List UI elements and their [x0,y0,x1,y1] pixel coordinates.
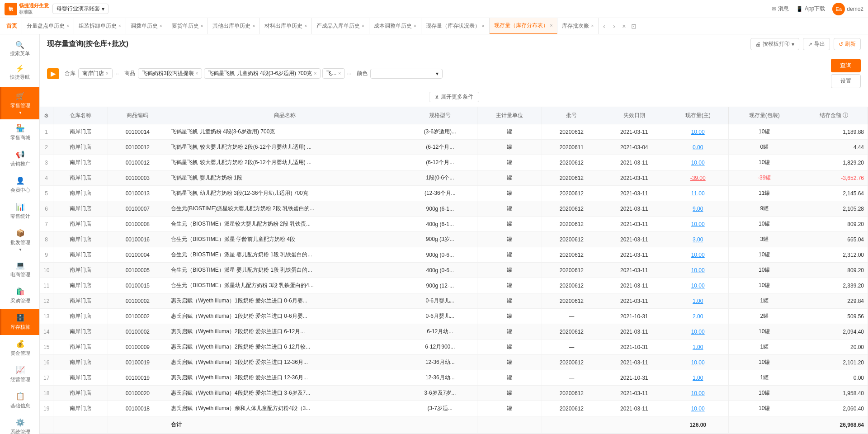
message-btn[interactable]: ✉ 消息 [772,5,789,13]
refresh-btn[interactable]: ↺ 刷新 [834,38,861,50]
sidebar-item-finance[interactable]: 💰 资金管理 [0,335,39,361]
sidebar-item-marketing[interactable]: 📢 营销推广 [0,146,39,172]
cell-expire: 2021-03-11 [601,217,667,232]
close-icon[interactable]: × [252,24,255,28]
tab-yaohuo[interactable]: 要货单历史 × [167,18,208,34]
cell-qty-main[interactable]: 10.00 [667,247,729,263]
sidebar-item-inventory[interactable]: 🗄️ 库存核算 [0,309,39,335]
cell-qty-main[interactable]: 2.00 [667,309,729,324]
industry-label: 母婴行业演示账套 [57,5,100,13]
sidebar-item-operation[interactable]: 📈 经营管理 [0,361,39,387]
settings-icon[interactable]: ⚙ [44,113,49,119]
close-icon[interactable]: × [482,24,485,28]
tab-expand-icon[interactable]: ⊡ [629,18,638,34]
cell-expire: 2021-03-11 [601,386,667,401]
export-btn[interactable]: ↗ 导出 [803,38,830,50]
cell-qty-main[interactable]: 0.00 [667,140,729,155]
expand-more-btn[interactable]: ⊻ 展开更多条件 [429,92,479,102]
sidebar-search-btn[interactable]: 🔍 搜索英单 [2,38,38,60]
filter-product-more-icon[interactable]: ··· [347,71,351,77]
cell-name: 合生元（BIOSTIME）派星 学龄前儿童配方奶粉 4段 [167,232,403,247]
template-print-btn[interactable]: 🖨 按模板打印 ▾ [750,38,799,50]
sum-empty-3 [108,416,167,434]
cell-expire: 2021-03-11 [601,247,667,263]
cell-qty-main[interactable]: 10.00 [667,124,729,140]
table-row: 16 南岸门店 00100019 惠氏启赋（Wyeth illuma）3段奶粉 … [40,355,868,370]
close-icon[interactable]: × [66,24,69,28]
cell-qty-main[interactable]: 11.00 [667,186,729,201]
cell-qty-main[interactable]: 10.00 [667,401,729,416]
sidebar-nav-btn[interactable]: ⚡ 快捷导航 [2,61,38,83]
tab-chanpinru[interactable]: 产成品入库单历史 × [312,18,369,34]
sidebar-item-system[interactable]: ⚙️ 系统管理 [0,414,39,434]
industry-selector[interactable]: 母婴行业演示账套 ▾ [52,4,108,14]
close-icon[interactable]: × [414,24,416,28]
tag-close-icon[interactable]: × [338,71,341,76]
cell-qty-main[interactable]: 1.00 [667,340,729,355]
cell-qty-pkg: 10罐 [729,386,800,401]
cell-expire: 2021-03-11 [601,170,667,186]
cell-qty-main[interactable]: 1.00 [667,293,729,309]
color-select[interactable]: ▾ [370,69,443,79]
cell-qty-main[interactable]: 10.00 [667,278,729,293]
table-container[interactable]: ⚙ 仓库名称 商品编码 商品名称 规格型号 主计量单位 批号 失效日期 现存量(… [40,107,868,434]
tab-cailiaochu[interactable]: 材料出库单历史 × [260,18,312,34]
close-icon[interactable]: × [201,24,203,28]
close-icon[interactable]: × [550,23,553,28]
filter-expand-btn[interactable]: ▶ [47,68,59,79]
tag-close-icon[interactable]: × [106,71,108,76]
cell-qty-main[interactable]: 10.00 [667,386,729,401]
tag-close-icon[interactable]: × [314,71,316,76]
cell-qty-main[interactable]: 3.00 [667,232,729,247]
sum-empty-1 [40,416,53,434]
filter-more-icon[interactable]: ··· [114,71,119,77]
dropdown-icon: ▾ [436,71,439,77]
tab-qita[interactable]: 其他出库单历史 × [208,18,260,34]
user-area[interactable]: Ea demo2 [832,3,863,15]
tab-pici[interactable]: 库存批次账 × [557,18,599,34]
cell-qty-main[interactable]: 10.00 [667,355,729,370]
tab-close-all-icon[interactable]: × [619,18,628,34]
cell-qty-main[interactable]: 10.00 [667,263,729,278]
cell-qty-main[interactable]: 10.00 [667,155,729,170]
cell-qty-main[interactable]: 10.00 [667,324,729,340]
sidebar-item-ecommerce[interactable]: 💻 电商管理 [0,256,39,283]
cell-qty-main[interactable]: 10.00 [667,217,729,232]
table-row: 2 南岸门店 00100012 飞鹤星飞帆 较大婴儿配方奶粉 2段(6-12个月… [40,140,868,155]
cell-qty-main[interactable]: 1.00 [667,370,729,386]
cell-no: 7 [40,217,53,232]
cell-qty-main[interactable]: 9.00 [667,201,729,217]
close-icon[interactable]: × [591,24,594,28]
tab-tiaopo[interactable]: 调拨单历史 × [126,18,167,34]
sidebar-item-member[interactable]: 👤 会员中心 [0,172,39,198]
sidebar-item-wholesale[interactable]: 📦 批发管理 ▼ [0,224,39,256]
tab-prev-icon[interactable]: ‹ [599,18,609,34]
tab-chengben[interactable]: 成本调整单历史 × [369,18,421,34]
tab-home[interactable]: 首页 [2,18,22,34]
tab-xianzaikucun[interactable]: 现存量（库存状况表） × [421,18,490,34]
sidebar-item-retail-mgmt[interactable]: 🛒 零售管理 ▼ [0,87,39,119]
sidebar-item-retail-shop[interactable]: 🏪 零售商城 [0,119,39,146]
close-icon[interactable]: × [362,24,364,28]
close-icon[interactable]: × [304,24,307,28]
tab-xianzaifenbu[interactable]: 现存量（库存分布表） × [490,18,558,34]
tab-next-icon[interactable]: › [609,18,618,34]
close-icon[interactable]: × [118,24,121,28]
sidebar-item-retail-stats[interactable]: 📊 零售统计 [0,198,39,224]
tag-close-icon[interactable]: × [196,71,198,76]
cell-spec: 12-36月幼... [403,370,477,386]
search-btn[interactable]: 查询 [831,59,861,72]
cell-qty-main[interactable]: -39.00 [667,170,729,186]
app-download-btn[interactable]: 📱 App下载 [796,5,825,13]
settings-btn[interactable]: 设置 [831,74,861,88]
sidebar-item-label: 资金管理 [10,350,30,357]
sidebar-item-basic[interactable]: 📋 基础信息 [0,387,39,414]
inventory-icon: 🗄️ [16,313,25,322]
sidebar-item-purchase[interactable]: 🛍️ 采购管理 [0,283,39,309]
cell-warehouse: 南岸门店 [53,401,108,416]
tab-fenpan[interactable]: 分量盘点单历史 × [22,18,74,34]
cell-unit: 罐 [477,263,542,278]
tab-zuhe[interactable]: 组装拆卸单历史 × [74,18,126,34]
sidebar-item-label: 采购管理 [10,297,30,304]
close-icon[interactable]: × [160,24,162,28]
